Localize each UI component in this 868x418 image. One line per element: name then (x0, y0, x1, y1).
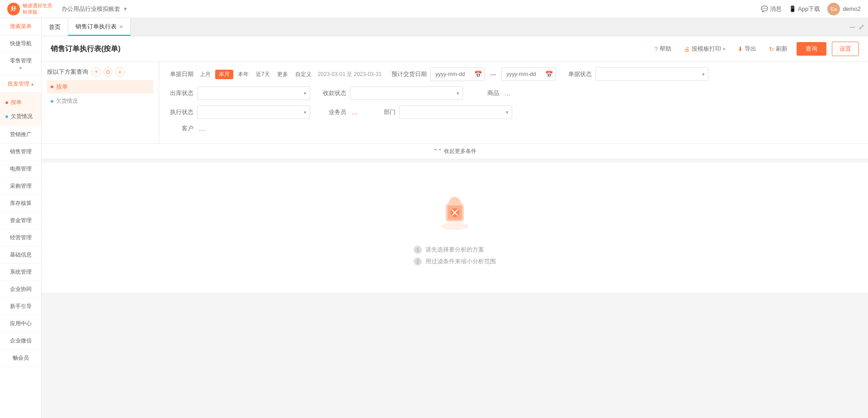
sidebar-sub-item-按单[interactable]: 按单 (0, 95, 41, 109)
tab-bar: 首页 销售订单执行表 × ─ ⤢ (42, 18, 868, 36)
refresh-icon: ↻ (769, 46, 774, 52)
expected-date-start-input[interactable] (430, 67, 485, 81)
status-select[interactable] (595, 67, 708, 81)
content-area: 首页 销售订单执行表 × ─ ⤢ 销售订单执行表(按单) ? 帮助 (42, 18, 868, 418)
expected-date-start-wrap: 📅 (430, 67, 485, 81)
dept-select-wrap: ▾ (399, 105, 512, 119)
sidebar-item-finance[interactable]: 资金管理 (0, 212, 41, 229)
empty-illustration (432, 190, 477, 237)
orange-dot-icon (5, 101, 8, 104)
user-menu[interactable]: Ea demo2 (827, 3, 861, 15)
sidebar-item-newbie[interactable]: 新手引导 (0, 298, 41, 315)
current-month-tag[interactable]: 本月 (215, 70, 233, 79)
scheme-dot-blue-icon (51, 100, 53, 103)
customer-field: 客户 ... (166, 124, 207, 133)
query-button[interactable]: 查询 (797, 42, 826, 56)
receive-status-field: 收款状态 ▾ (319, 86, 463, 100)
date-group: 上月 本月 本年 近7天 更多 自定义 2023-03-01 至 2023-03… (197, 70, 382, 79)
customer-picker-button[interactable]: ... (197, 124, 207, 133)
print-icon: 🖨 (684, 46, 690, 52)
prev-month-tag[interactable]: 上月 (197, 70, 213, 79)
exec-status-select[interactable] (197, 105, 310, 119)
collapse-filters-button[interactable]: ⌃⌃ 收起更多条件 (42, 143, 868, 159)
sidebar-sub-item-欠货情况[interactable]: 欠货情况 (0, 109, 41, 124)
salesperson-field: 业务员 ... (319, 108, 359, 116)
sidebar-item-member[interactable]: 畅会员 (0, 350, 41, 367)
add-scheme-button[interactable]: + (92, 67, 101, 76)
date-separator: — (488, 71, 498, 78)
settings-button[interactable]: 设置 (832, 42, 859, 56)
scheme-item-欠货情况[interactable]: 欠货情况 (47, 95, 153, 108)
message-button[interactable]: 💬 消息 (761, 5, 782, 13)
sidebar: 搜索菜单 快捷导航 零售管理 ▾ 批发管理 ▴ 按单 欠货情况 营销推广 (0, 18, 42, 418)
tab-sales-exec[interactable]: 销售订单执行表 × (68, 18, 131, 36)
sidebar-item-enterprise[interactable]: 企业协同 (0, 281, 41, 298)
expected-date-label: 预计交货日期 (391, 70, 427, 78)
sidebar-item-appstore[interactable]: 应用中心 (0, 315, 41, 332)
custom-date-tag[interactable]: 自定义 (292, 70, 314, 79)
export-button[interactable]: ⬇ 导出 (734, 43, 760, 55)
help-icon: ? (655, 46, 658, 52)
message-icon: 💬 (761, 5, 768, 12)
more-date-tag[interactable]: 更多 (274, 70, 291, 79)
dept-select[interactable] (399, 105, 512, 119)
tab-maximize-icon[interactable]: ⤢ (859, 23, 864, 31)
tab-home[interactable]: 首页 (42, 18, 68, 36)
sidebar-item-wholesale[interactable]: 批发管理 ▴ (0, 76, 41, 93)
empty-state: 1 请先选择要分析的方案 2 用过滤条件来缩小分析范围 (42, 163, 868, 293)
tab-close-icon[interactable]: × (119, 23, 123, 30)
sidebar-item-inventory[interactable]: 库存核算 (0, 195, 41, 212)
page-title: 销售订单执行表(按单) (51, 44, 121, 54)
settings-scheme-button[interactable]: ⊙ (104, 67, 113, 76)
sidebar-item-marketing[interactable]: 营销推广 (0, 126, 41, 143)
tab-bar-actions: ─ ⤢ (846, 18, 868, 36)
receive-status-label: 收款状态 (319, 89, 346, 97)
last7-tag[interactable]: 近7天 (253, 70, 273, 79)
empty-icon (432, 190, 477, 235)
collapse-sidebar-button[interactable]: « (115, 67, 124, 76)
tab-minimize-icon[interactable]: ─ (850, 23, 855, 31)
sidebar-item-ecommerce[interactable]: 电商管理 (0, 161, 41, 178)
expected-date-field: 预计交货日期 📅 — 📅 (391, 67, 556, 81)
filter-row-2: 出库状态 ▾ 收款状态 (166, 86, 861, 100)
customer-label: 客户 (166, 124, 193, 133)
sidebar-item-purchase[interactable]: 采购管理 (0, 178, 41, 195)
top-bar: 好 畅捷通好生意 标准版 办公用品行业模拟账套 ▾ 💬 消息 📱 App下载 E… (0, 0, 868, 18)
nav-title[interactable]: 办公用品行业模拟账套 ▾ (61, 5, 127, 13)
avatar: Ea (827, 3, 840, 15)
top-bar-right: 💬 消息 📱 App下载 Ea demo2 (761, 3, 861, 15)
page-content: 销售订单执行表(按单) ? 帮助 🖨 按模板打印 ▾ ⬇ 导出 (42, 36, 868, 418)
sidebar-item-retail[interactable]: 零售管理 ▾ (0, 52, 41, 76)
receive-status-select[interactable] (350, 86, 463, 100)
sidebar-item-quick-nav[interactable]: 快捷导航 (0, 35, 41, 52)
filter-sidebar-actions: + ⊙ « (92, 67, 124, 76)
sidebar-item-system[interactable]: 系统管理 (0, 264, 41, 281)
filter-row-3: 执行状态 ▾ 业务员 ... (166, 105, 861, 119)
sidebar-search[interactable]: 搜索菜单 (0, 18, 41, 35)
blue-dot-icon (5, 115, 8, 118)
template-print-button[interactable]: 🖨 按模板打印 ▾ (680, 43, 729, 55)
sidebar-item-basic[interactable]: 基础信息 (0, 247, 41, 264)
sidebar-item-wechat[interactable]: 企业微信 (0, 332, 41, 350)
expected-date-end-input[interactable] (501, 67, 556, 81)
sidebar-item-operation[interactable]: 经营管理 (0, 229, 41, 247)
salesperson-picker-button[interactable]: ... (350, 108, 359, 116)
out-status-select[interactable] (197, 86, 310, 100)
goods-picker-button[interactable]: ... (503, 89, 512, 97)
help-button[interactable]: ? 帮助 (651, 43, 675, 55)
current-year-tag[interactable]: 本年 (235, 70, 251, 79)
status-label: 单据状态 (565, 70, 592, 78)
date-range-display: 2023-03-01 至 2023-03-31 (318, 71, 382, 78)
empty-tips: 1 请先选择要分析的方案 2 用过滤条件来缩小分析范围 (414, 246, 496, 266)
refresh-button[interactable]: ↻ 刷新 (765, 43, 791, 55)
status-select-wrap: ▾ (595, 67, 708, 81)
expand-icon: ▾ (19, 66, 22, 71)
filter-main: 单据日期 上月 本月 本年 近7天 更多 自定义 2023-03-01 至 20… (159, 62, 868, 143)
filter-sidebar-title: 按以下方案查询 + ⊙ « (47, 67, 153, 76)
exec-status-select-wrap: ▾ (197, 105, 310, 119)
empty-tip-1: 1 请先选择要分析的方案 (414, 246, 496, 254)
exec-status-field: 执行状态 ▾ (166, 105, 310, 119)
app-download-button[interactable]: 📱 App下载 (789, 5, 820, 13)
sidebar-item-sales[interactable]: 销售管理 (0, 143, 41, 161)
scheme-item-按单[interactable]: 按单 (47, 80, 153, 94)
